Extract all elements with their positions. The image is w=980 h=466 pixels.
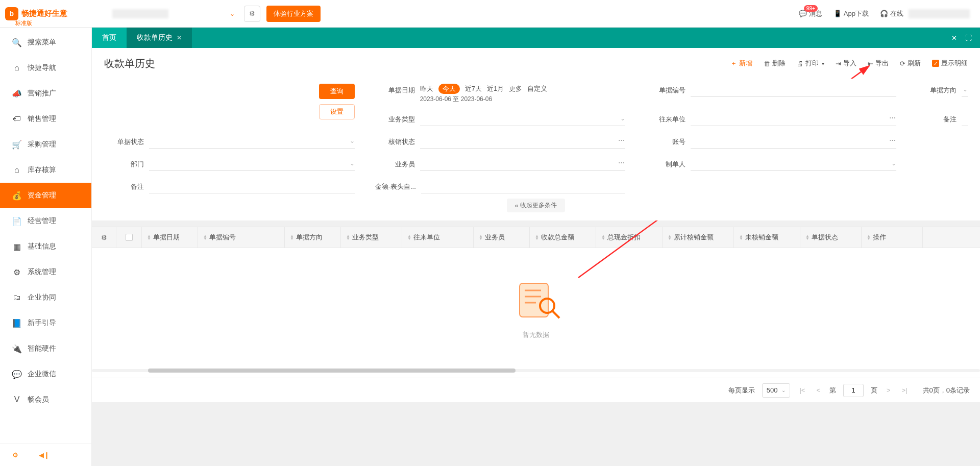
sidebar-item-8[interactable]: ▦基础信息 [0, 234, 91, 259]
column-header-9[interactable]: ▲▼未核销金额 [734, 227, 800, 248]
chevron-down-icon[interactable]: ⌄ [963, 86, 968, 93]
app-download-link[interactable]: 📱 App下载 [834, 9, 869, 18]
column-header-2[interactable]: ▲▼单据方向 [285, 227, 341, 248]
date-shortcut-0[interactable]: 昨天 [420, 84, 433, 93]
sort-icon[interactable]: ▲▼ [479, 235, 483, 240]
input-amount[interactable] [421, 180, 626, 193]
next-page-button[interactable]: > [885, 386, 893, 394]
sort-icon[interactable]: ▲▼ [739, 235, 743, 240]
try-industry-button[interactable]: 体验行业方案 [266, 6, 321, 22]
date-shortcut-3[interactable]: 近1月 [487, 84, 504, 93]
messages-link[interactable]: 💬 消息 99+ [799, 9, 822, 18]
first-page-button[interactable]: |< [797, 386, 807, 394]
more-icon[interactable]: ⋯ [618, 159, 625, 166]
close-icon[interactable]: ✕ [177, 34, 182, 41]
org-settings-button[interactable]: ⚙ [244, 6, 260, 22]
input-doc-no[interactable] [691, 84, 896, 97]
sidebar-item-14[interactable]: V畅会员 [0, 387, 91, 412]
export-button[interactable]: ⇤导出 [868, 59, 889, 68]
column-settings-button[interactable]: ⚙ [92, 227, 116, 248]
column-header-1[interactable]: ▲▼单据编号 [198, 227, 285, 248]
column-header-3[interactable]: ▲▼业务类型 [341, 227, 402, 248]
chevron-down-icon[interactable]: ⌄ [350, 160, 355, 167]
tab-home[interactable]: 首页 [92, 28, 127, 48]
filter-settings-button[interactable]: 设置 [319, 104, 355, 119]
column-header-10[interactable]: ▲▼单据状态 [800, 227, 862, 248]
input-partner[interactable] [691, 113, 896, 126]
sidebar-item-5[interactable]: ⌂库存核算 [0, 157, 91, 183]
input-remark2[interactable] [149, 180, 355, 193]
sidebar-item-11[interactable]: 📘新手引导 [0, 310, 91, 336]
sidebar-item-9[interactable]: ⚙系统管理 [0, 259, 91, 285]
chevron-down-icon[interactable]: ⌄ [350, 137, 355, 144]
support-link[interactable]: 🎧 在线 [880, 9, 970, 18]
input-remark[interactable] [962, 113, 968, 126]
last-page-button[interactable]: >| [900, 386, 910, 394]
chevron-down-icon[interactable]: ⌄ [620, 115, 625, 122]
page-input[interactable] [843, 384, 864, 397]
tab-receipt-history[interactable]: 收款单历史 ✕ [127, 28, 192, 48]
sidebar-item-1[interactable]: ⌂快捷导航 [0, 55, 91, 81]
add-button[interactable]: ＋新增 [730, 59, 752, 68]
select-all-cell[interactable] [116, 227, 142, 248]
input-biz-type[interactable] [420, 113, 626, 126]
date-shortcut-5[interactable]: 自定义 [527, 84, 547, 93]
column-header-11[interactable]: ▲▼操作 [862, 227, 923, 248]
scroll-thumb[interactable] [148, 369, 516, 373]
sort-icon[interactable]: ▲▼ [535, 235, 539, 240]
input-account[interactable] [691, 135, 896, 149]
input-dept[interactable] [149, 158, 355, 171]
chevron-down-icon[interactable]: ⌄ [891, 160, 896, 167]
fullscreen-icon[interactable]: ⛶ [965, 34, 972, 42]
input-doc-status[interactable] [149, 135, 355, 149]
sidebar-item-3[interactable]: 🏷销售管理 [0, 106, 91, 132]
sidebar-item-2[interactable]: 📣营销推广 [0, 81, 91, 106]
sidebar-item-7[interactable]: 📄经营管理 [0, 208, 91, 234]
sort-icon[interactable]: ▲▼ [346, 235, 350, 240]
delete-button[interactable]: 🗑删除 [764, 59, 786, 68]
column-header-6[interactable]: ▲▼收款总金额 [530, 227, 596, 248]
checkbox-icon[interactable] [126, 234, 133, 241]
refresh-button[interactable]: ⟳刷新 [900, 59, 921, 68]
sort-icon[interactable]: ▲▼ [601, 235, 605, 240]
search-button[interactable]: 查询 [319, 84, 355, 99]
more-icon[interactable]: ⋯ [889, 136, 896, 144]
input-creator[interactable] [691, 158, 896, 171]
more-icon[interactable]: ⋯ [889, 114, 896, 121]
import-button[interactable]: ⇥导入 [836, 59, 856, 68]
prev-page-button[interactable]: < [814, 386, 822, 394]
sort-icon[interactable]: ▲▼ [290, 235, 294, 240]
date-shortcut-4[interactable]: 更多 [509, 84, 522, 93]
column-header-0[interactable]: ▲▼单据日期 [142, 227, 198, 248]
sort-icon[interactable]: ▲▼ [668, 235, 672, 240]
sidebar-item-4[interactable]: 🛒采购管理 [0, 132, 91, 157]
column-header-7[interactable]: ▲▼总现金折扣 [596, 227, 663, 248]
collapse-sidebar-icon[interactable]: ◀❙ [39, 451, 50, 459]
column-header-4[interactable]: ▲▼往来单位 [402, 227, 474, 248]
sidebar-item-12[interactable]: 🔌智能硬件 [0, 336, 91, 361]
print-button[interactable]: 🖨打印▾ [797, 59, 824, 68]
date-shortcut-2[interactable]: 近7天 [465, 84, 482, 93]
more-icon[interactable]: ⋯ [618, 136, 625, 144]
sidebar-item-10[interactable]: 🗂企业协同 [0, 285, 91, 310]
show-detail-toggle[interactable]: ✓显示明细 [932, 59, 968, 68]
input-clerk[interactable] [420, 158, 626, 171]
org-selector[interactable]: ⌄ [107, 6, 240, 22]
sort-icon[interactable]: ▲▼ [147, 235, 151, 240]
sidebar-item-13[interactable]: 💬企业微信 [0, 361, 91, 387]
per-page-select[interactable]: 500 ⌄ [762, 383, 791, 398]
sort-icon[interactable]: ▲▼ [805, 235, 810, 240]
sort-icon[interactable]: ▲▼ [867, 235, 871, 240]
close-tab-icon[interactable]: ✕ [951, 34, 957, 42]
sidebar-item-0[interactable]: 🔍搜索菜单 [0, 30, 91, 55]
horizontal-scrollbar[interactable] [92, 367, 980, 374]
sort-icon[interactable]: ▲▼ [407, 235, 411, 240]
input-verify-status[interactable] [420, 135, 626, 149]
sort-icon[interactable]: ▲▼ [203, 235, 207, 240]
column-header-5[interactable]: ▲▼业务员 [474, 227, 530, 248]
column-header-8[interactable]: ▲▼累计核销金额 [663, 227, 734, 248]
sidebar-item-6[interactable]: 💰资金管理 [0, 183, 91, 208]
collapse-filters-button[interactable]: « 收起更多条件 [507, 199, 566, 212]
settings-icon[interactable]: ⚙ [12, 451, 18, 459]
date-shortcut-1[interactable]: 今天 [438, 84, 460, 94]
